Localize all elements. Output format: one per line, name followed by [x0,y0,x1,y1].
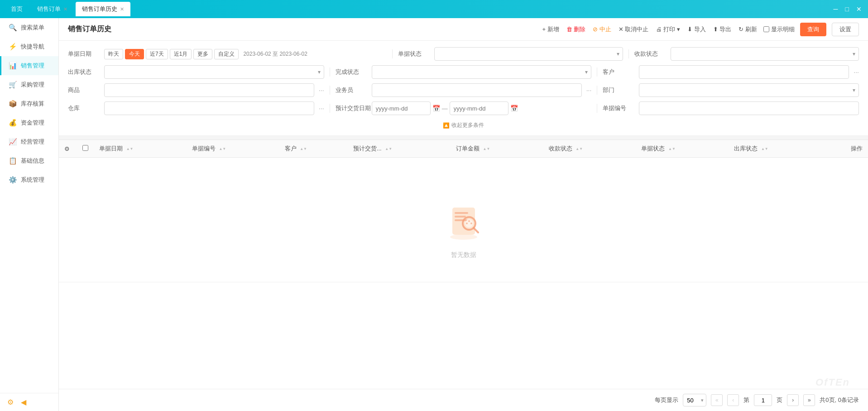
sidebar-item-purchase-mgmt[interactable]: 🛒 采购管理 [0,75,58,94]
settings-button[interactable]: 设置 [832,23,859,36]
tab-sales-order-history-close[interactable]: ✕ [120,6,124,12]
th-settings[interactable]: ⚙ [59,140,77,158]
sidebar-item-inventory[interactable]: 📦 库存核算 [0,94,58,113]
page-last-button[interactable]: » [803,394,815,406]
new-button[interactable]: + 新增 [541,24,560,35]
receipt-status-select[interactable] [671,47,859,61]
tab-home[interactable]: 首页 [5,2,29,16]
cancel-stop-button[interactable]: ✕ 取消中止 [618,24,650,35]
window-close-button[interactable]: ✕ [854,5,863,14]
salesperson-input[interactable] [372,83,582,97]
per-page-select[interactable]: 10 20 50 100 [683,394,706,406]
display-detail-checkbox[interactable] [763,26,769,32]
sidebar-item-quick-nav[interactable]: ⚡ 快捷导航 [0,37,58,56]
expected-date-to[interactable] [450,102,508,115]
date-btn-more[interactable]: 更多 [193,49,212,59]
date-btn-1month[interactable]: 近1月 [170,49,192,59]
sidebar-item-basic-info[interactable]: 📋 基础信息 [0,151,58,170]
export-button[interactable]: ⬆ 导出 [712,24,733,35]
bill-status-select-wrapper [434,47,623,61]
finance-icon: 💰 [9,119,17,127]
goods-dots-icon[interactable]: ··· [319,87,324,94]
sidebar: 🔍 搜索菜单 ⚡ 快捷导航 📊 销售管理 🛒 采购管理 📦 库存核算 💰 资金管… [0,18,59,411]
expected-date-from[interactable] [372,102,431,115]
out-status-select-wrapper [104,65,324,79]
window-max-button[interactable]: □ [844,5,851,14]
complete-status-select[interactable] [372,65,592,79]
date-btn-yesterday[interactable]: 昨天 [104,49,123,59]
sidebar-item-sales-mgmt[interactable]: 📊 销售管理 [0,56,58,75]
th-receipt-status[interactable]: 收款状态 ▲▼ [543,140,636,158]
sidebar-item-finance[interactable]: 💰 资金管理 [0,113,58,132]
goods-input[interactable] [104,83,314,97]
receipt-status-label: 收款状态 [634,50,671,58]
bill-number-input[interactable] [639,102,859,115]
customer-input[interactable] [639,65,849,79]
date-btn-7days[interactable]: 近7天 [146,49,168,59]
sort-bill-status-icon: ▲▼ [668,147,676,151]
page-prev-button[interactable]: ‹ [727,394,739,406]
expected-date-label: 预计交货日期 [336,104,372,112]
sidebar-item-operations[interactable]: 📈 经营管理 [0,132,58,151]
out-status-select[interactable] [104,65,324,79]
th-expected-delivery[interactable]: 预计交货... ▲▼ [348,140,451,158]
sales-mgmt-icon: 📊 [9,62,17,70]
tab-sales-order[interactable]: 销售订单 ✕ [31,2,74,16]
th-order-amount[interactable]: 订单金额 ▲▼ [451,140,543,158]
date-from-icon[interactable]: 📅 [432,105,440,112]
th-bill-number[interactable]: 单据编号 ▲▼ [187,140,279,158]
quick-nav-icon: ⚡ [9,43,17,51]
filter-row-3: 商品 ··· 业务员 ··· 部门 [68,83,859,97]
collapse-bar-label: 收起更多条件 [451,121,484,129]
delete-button[interactable]: 🗑 删除 [566,24,587,35]
th-bill-status[interactable]: 单据状态 ▲▼ [636,140,729,158]
tab-sales-order-close[interactable]: ✕ [63,6,67,12]
print-button[interactable]: 🖨 打印 ▾ [655,24,681,35]
refresh-button[interactable]: ↻ 刷新 [738,24,758,35]
date-to-icon[interactable]: 📅 [510,105,518,112]
select-all-checkbox[interactable] [82,145,88,151]
query-button[interactable]: 查询 [800,23,826,36]
sort-out-status-icon: ▲▼ [761,147,768,151]
collapse-arrow-icon: 🔼 [443,122,450,129]
warehouse-dots-icon[interactable]: ··· [319,105,324,112]
page-next-button[interactable]: › [787,394,799,406]
toolbar: + 新增 🗑 删除 ⊘ 中止 ✕ 取消中止 🖨 打印 ▾ ⬇ 导入 [541,23,859,36]
th-bill-date[interactable]: 单据日期 ▲▼ [94,140,187,158]
page-first-button[interactable]: « [711,394,723,406]
page-number-input[interactable] [754,394,772,406]
department-label: 部门 [603,86,639,94]
warehouse-input[interactable] [104,102,314,115]
stop-button[interactable]: ⊘ 中止 [592,24,612,35]
print-dropdown-icon[interactable]: ▾ [677,26,680,33]
collapse-bar[interactable]: 🔼 收起更多条件 [68,120,859,133]
complete-status-label: 完成状态 [336,68,372,76]
th-checkbox[interactable] [77,140,94,158]
window-min-button[interactable]: ─ [832,5,840,14]
date-btn-custom[interactable]: 自定义 [214,49,239,59]
tab-sales-order-history[interactable]: 销售订单历史 ✕ [76,2,130,16]
table-header-row: ⚙ 单据日期 ▲▼ 单据编号 ▲▼ 客户 [59,140,868,158]
content-area: 销售订单历史 + 新增 🗑 删除 ⊘ 中止 ✕ 取消中止 🖨 打印 ▾ [59,18,868,411]
import-button[interactable]: ⬇ 导入 [686,24,707,35]
date-btn-today[interactable]: 今天 [125,49,144,59]
th-out-status[interactable]: 出库状态 ▲▼ [729,140,821,158]
sidebar-collapse-icon[interactable]: ◀ [21,398,26,406]
customer-dots-icon[interactable]: ··· [854,68,859,76]
salesperson-dots-icon[interactable]: ··· [586,87,592,94]
complete-status-control [372,65,592,79]
filter-divider-6 [597,86,597,95]
data-table: ⚙ 单据日期 ▲▼ 单据编号 ▲▼ 客户 [59,140,868,282]
sidebar-item-search-menu[interactable]: 🔍 搜索菜单 [0,18,58,37]
expected-date-control: 📅 — 📅 [372,102,592,115]
svg-point-9 [468,220,470,222]
department-select[interactable] [639,83,859,97]
th-customer[interactable]: 客户 ▲▼ [279,140,348,158]
filter-divider-7 [330,104,330,113]
bill-status-select[interactable] [434,47,623,61]
system-icon: ⚙️ [9,176,17,184]
empty-state: 暂无数据 [64,162,863,277]
sidebar-item-system[interactable]: ⚙️ 系统管理 [0,170,58,189]
display-detail-label: 显示明细 [763,25,795,34]
sidebar-settings-icon[interactable]: ⚙ [7,398,14,406]
